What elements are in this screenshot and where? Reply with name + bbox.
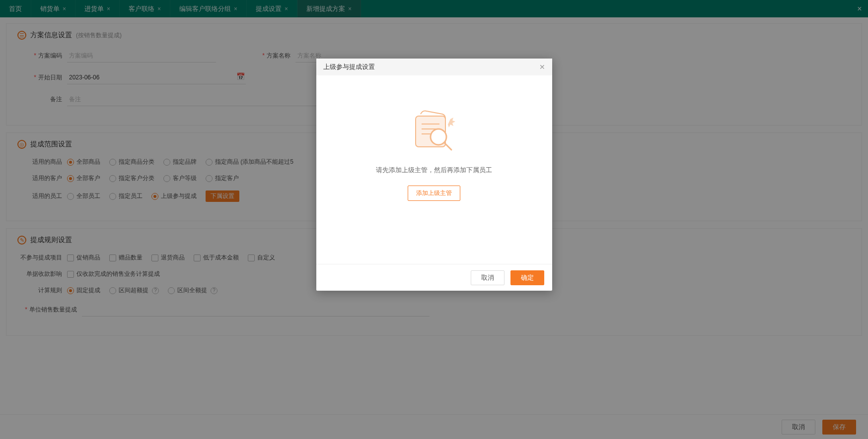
modal-header: 上级参与提成设置 ✕ xyxy=(316,59,552,75)
modal-cancel-button[interactable]: 取消 xyxy=(471,270,505,285)
modal-title: 上级参与提成设置 xyxy=(323,63,375,71)
empty-state-icon xyxy=(407,105,461,155)
add-superior-button[interactable]: 添加上级主管 xyxy=(408,186,460,201)
modal-confirm-button[interactable]: 确定 xyxy=(510,270,544,285)
modal-close-icon[interactable]: ✕ xyxy=(539,63,545,71)
modal-footer: 取消 确定 xyxy=(316,264,552,291)
superior-commission-modal: 上级参与提成设置 ✕ 请先添加上级主管，然后再添加下属员工 添加上级主管 xyxy=(316,59,552,291)
modal-overlay: 上级参与提成设置 ✕ 请先添加上级主管，然后再添加下属员工 添加上级主管 xyxy=(0,0,868,439)
svg-line-5 xyxy=(444,143,451,150)
modal-body: 请先添加上级主管，然后再添加下属员工 添加上级主管 xyxy=(316,75,552,264)
empty-state-text: 请先添加上级主管，然后再添加下属员工 xyxy=(376,166,492,175)
